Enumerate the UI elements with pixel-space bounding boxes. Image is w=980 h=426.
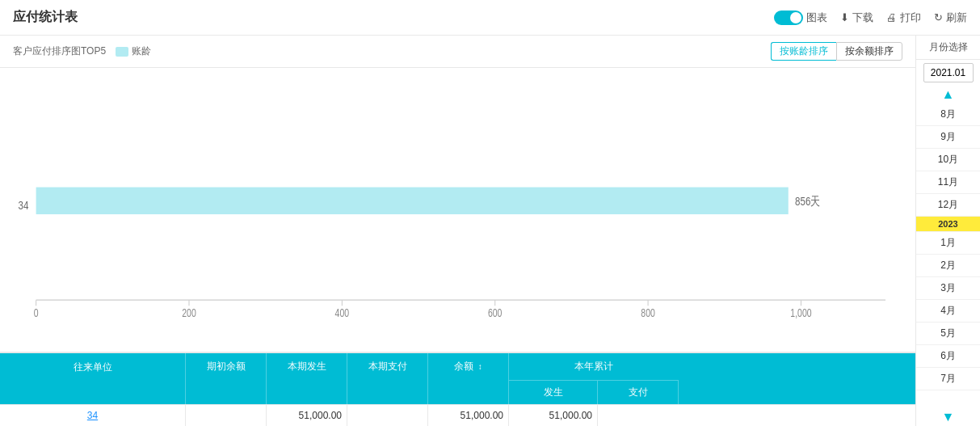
chart-label: 图表 xyxy=(806,11,827,25)
th-balance-sub xyxy=(428,381,509,404)
sidebar-month-6[interactable]: 6月 xyxy=(916,345,980,368)
sidebar-month-8[interactable]: 8月 xyxy=(916,103,980,126)
sidebar-month-10[interactable]: 10月 xyxy=(916,149,980,171)
sidebar-title: 月份选择 xyxy=(916,36,980,60)
chart-body: 34 856天 0 200 400 600 800 xyxy=(0,68,915,352)
chart-toggle[interactable]: 图表 xyxy=(774,11,827,25)
svg-text:800: 800 xyxy=(641,307,655,320)
th-pay-sub xyxy=(347,381,428,404)
svg-text:600: 600 xyxy=(488,307,503,320)
refresh-button[interactable]: ↻ 刷新 xyxy=(934,11,967,25)
sidebar: 月份选择 ▲ 8月 9月 10月 11月 12月 2023 1月 2月 3月 4… xyxy=(915,36,980,426)
sidebar-month-3[interactable]: 3月 xyxy=(916,277,980,300)
sort-by-balance-button[interactable]: 按账龄排序 xyxy=(771,42,836,61)
th-year-occur: 发生 xyxy=(509,381,598,404)
table-section: 往来单位 期初余额 本期发生 本期支付 余额 ↕ 本年累计 xyxy=(0,352,915,426)
sort-by-amount-button[interactable]: 按余额排序 xyxy=(836,42,902,61)
table-row: 34 51,000.00 51,000.00 51,000.00 xyxy=(0,404,915,426)
sidebar-month-11[interactable]: 11月 xyxy=(916,171,980,194)
legend-color-box xyxy=(116,47,128,57)
td-balance: 51,000.00 xyxy=(428,405,509,426)
sidebar-month-7[interactable]: 7月 xyxy=(916,368,980,390)
legend-label-1: 客户应付排序图TOP5 xyxy=(13,44,106,58)
svg-text:400: 400 xyxy=(335,307,350,320)
th-occur-sub xyxy=(267,381,347,404)
th-unit: 往来单位 xyxy=(0,353,186,381)
th-begin: 期初余额 xyxy=(186,353,267,381)
legend-item-1: 客户应付排序图TOP5 xyxy=(13,44,106,58)
svg-text:0: 0 xyxy=(34,307,39,320)
download-button[interactable]: ⬇ 下载 xyxy=(840,11,873,25)
print-icon: 🖨 xyxy=(886,11,897,23)
page-header: 应付统计表 图表 ⬇ 下载 🖨 打印 ↻ 刷新 xyxy=(0,0,980,36)
scroll-down-button[interactable]: ▼ xyxy=(916,408,980,426)
svg-text:200: 200 xyxy=(182,307,196,320)
sidebar-month-1[interactable]: 1月 xyxy=(916,232,980,255)
legend-label-2: 账龄 xyxy=(132,44,151,58)
refresh-label: 刷新 xyxy=(946,11,967,25)
th-begin-sub xyxy=(186,381,267,404)
sidebar-year-input[interactable] xyxy=(923,63,974,82)
table-subheader: 发生 支付 xyxy=(0,381,915,404)
refresh-icon: ↻ xyxy=(934,11,943,23)
chart-toggle-switch[interactable] xyxy=(774,11,803,25)
sidebar-month-9[interactable]: 9月 xyxy=(916,126,980,149)
print-label: 打印 xyxy=(900,11,921,25)
td-year-occur: 51,000.00 xyxy=(509,405,598,426)
svg-text:34: 34 xyxy=(19,199,29,213)
bar-chart: 34 856天 0 200 400 600 800 xyxy=(6,74,902,345)
download-icon: ⬇ xyxy=(840,11,849,23)
th-pay: 本期支付 xyxy=(347,353,428,381)
svg-text:856天: 856天 xyxy=(795,194,820,208)
th-balance: 余额 ↕ xyxy=(428,353,509,381)
th-year-total: 本年累计 xyxy=(509,353,679,381)
page-title: 应付统计表 xyxy=(13,9,78,26)
sidebar-month-2[interactable]: 2月 xyxy=(916,255,980,277)
sidebar-month-4[interactable]: 4月 xyxy=(916,300,980,323)
td-unit: 34 xyxy=(0,405,186,426)
chart-legend: 客户应付排序图TOP5 账龄 xyxy=(13,44,151,58)
chart-header: 客户应付排序图TOP5 账龄 按账龄排序 按余额排序 xyxy=(0,36,915,68)
svg-text:1,000: 1,000 xyxy=(790,307,811,320)
legend-item-2: 账龄 xyxy=(116,44,151,58)
th-year-pay: 支付 xyxy=(598,381,679,404)
download-label: 下载 xyxy=(852,11,873,25)
chart-sort-buttons: 按账龄排序 按余额排序 xyxy=(771,42,902,61)
scroll-up-button[interactable]: ▲ xyxy=(916,86,980,103)
sidebar-month-5[interactable]: 5月 xyxy=(916,323,980,345)
td-pay xyxy=(347,405,428,426)
th-unit-sub xyxy=(0,381,186,404)
td-begin xyxy=(186,405,267,426)
print-button[interactable]: 🖨 打印 xyxy=(886,11,921,25)
chart-section: 客户应付排序图TOP5 账龄 按账龄排序 按余额排序 34 xyxy=(0,36,915,426)
td-year-pay xyxy=(598,405,679,426)
td-occur: 51,000.00 xyxy=(267,405,347,426)
main-content: 客户应付排序图TOP5 账龄 按账龄排序 按余额排序 34 xyxy=(0,36,980,426)
sidebar-months: 8月 9月 10月 11月 12月 2023 1月 2月 3月 4月 5月 6月… xyxy=(916,103,980,408)
table-wrapper: 往来单位 期初余额 本期发生 本期支付 余额 ↕ 本年累计 xyxy=(0,353,915,426)
unit-link[interactable]: 34 xyxy=(87,410,98,421)
table-header-row-1: 往来单位 期初余额 本期发生 本期支付 余额 ↕ 本年累计 xyxy=(0,353,915,381)
svg-rect-1 xyxy=(36,188,789,214)
header-actions: 图表 ⬇ 下载 🖨 打印 ↻ 刷新 xyxy=(774,11,967,25)
th-occur: 本期发生 xyxy=(267,353,347,381)
sidebar-year-label: 2023 xyxy=(916,217,980,232)
sidebar-month-12[interactable]: 12月 xyxy=(916,194,980,217)
